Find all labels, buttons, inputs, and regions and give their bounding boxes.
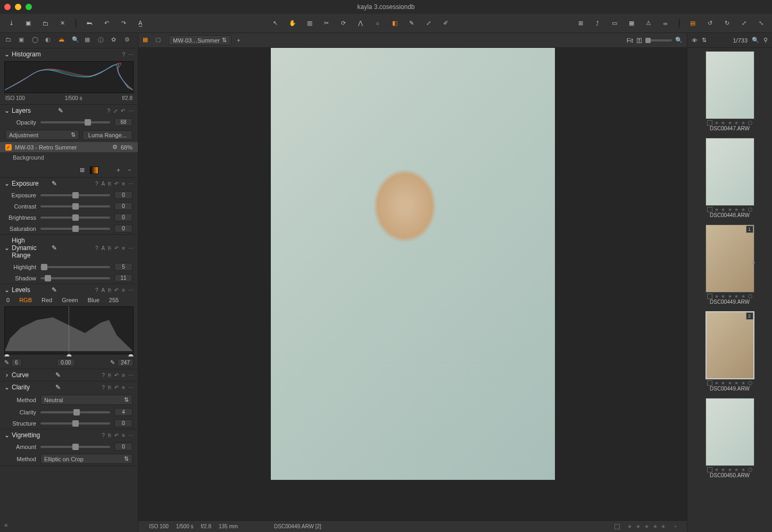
thumb-color-tag[interactable]	[748, 468, 752, 472]
zoom-label[interactable]: Fit	[627, 37, 633, 44]
reset-icon[interactable]: ↶	[114, 287, 119, 293]
spot-tool-icon[interactable]: ○	[373, 19, 383, 28]
pan-tool-icon[interactable]: ✋	[288, 19, 297, 28]
saturation-slider[interactable]	[40, 228, 110, 230]
shadow-value[interactable]: 11	[114, 274, 132, 282]
expand-icon[interactable]: ⤢	[739, 19, 749, 28]
layer-background[interactable]: Background	[0, 152, 138, 163]
exposure-tab-icon[interactable]: ⛰	[59, 36, 67, 45]
clarity-method-dropdown[interactable]: Neutral⇅	[40, 395, 132, 405]
layer-mask-icon[interactable]: ⊞	[80, 167, 85, 173]
shadow-slider[interactable]	[40, 277, 110, 279]
thumb-pick-checkbox[interactable]	[707, 380, 712, 386]
lens-tab-icon[interactable]: ◯	[32, 36, 40, 45]
redo-undo-icon[interactable]: ↶	[102, 19, 111, 28]
thumb-rating[interactable]: ★ ★ ★ ★ ★	[715, 207, 746, 212]
help-icon[interactable]: ?	[95, 181, 98, 187]
catalog-icon[interactable]: 🗀	[40, 19, 50, 28]
thumb-rating[interactable]: ★ ★ ★ ★ ★	[715, 294, 746, 299]
reset-icon[interactable]: ↶	[114, 245, 119, 251]
copy-icon[interactable]: ⎘	[108, 287, 111, 293]
clarity-value[interactable]: 4	[114, 408, 132, 416]
picker-icon[interactable]: ✎	[58, 107, 63, 114]
clarity-header[interactable]: ⌄ Clarity ✎ ?⎘↶≡⋯	[0, 381, 138, 393]
shadow-picker-icon[interactable]: ✎	[4, 359, 9, 366]
grid-view-icon[interactable]: ▦	[143, 36, 151, 45]
window-close-button[interactable]	[4, 4, 11, 10]
import-icon[interactable]: ⤓	[6, 19, 16, 28]
menu-icon[interactable]: ⋯	[128, 433, 134, 438]
redo-icon[interactable]: ↷	[119, 19, 128, 28]
clarity-slider[interactable]	[40, 411, 110, 413]
menu-icon[interactable]: ⋯	[128, 245, 134, 251]
vignetting-method-dropdown[interactable]: Elliptic on Crop⇅	[40, 454, 132, 464]
crop-tool-icon[interactable]: ✂	[322, 19, 331, 28]
help-icon[interactable]: ?	[95, 287, 98, 293]
layer-settings-icon[interactable]: ⚙	[112, 144, 118, 151]
heal-tool-icon[interactable]: ✐	[441, 19, 451, 28]
reset-icon[interactable]: ↶	[114, 433, 119, 438]
contrast-value[interactable]: 0	[114, 202, 132, 210]
loupe-tool-icon[interactable]: ▥	[305, 19, 314, 28]
window-zoom-button[interactable]	[26, 4, 32, 10]
capture-icon[interactable]: ▣	[23, 19, 33, 28]
copy-icon[interactable]: ⎘	[108, 245, 111, 251]
thumb-rating[interactable]: ★ ★ ★ ★ ★	[715, 467, 746, 472]
hdr-header[interactable]: ⌄ High Dynamic Range ✎ ?A⎘↶≡⋯	[0, 235, 138, 261]
highlight-value[interactable]: 5	[114, 263, 132, 271]
thumbnail-item[interactable]: ★ ★ ★ ★ ★ DSC00447.ARW	[705, 51, 754, 131]
settings-tab-icon[interactable]: ⚙	[124, 36, 132, 45]
search-tab-icon[interactable]: 🔍	[72, 36, 80, 45]
keystone-tool-icon[interactable]: ⋀	[356, 19, 366, 28]
focus-mask-icon[interactable]: ∞	[661, 19, 670, 28]
warning-icon[interactable]: ⚠	[644, 19, 653, 28]
thumb-color-tag[interactable]	[748, 294, 752, 298]
thumb-rating[interactable]: ★ ★ ★ ★ ★	[715, 120, 746, 126]
contrast-slider[interactable]	[40, 205, 110, 207]
adjustments-tab-icon[interactable]: ✿	[111, 36, 119, 45]
thumbnail-item[interactable]: 2 ★ ★ ★ ★ ★ DSC00449.ARW	[705, 311, 754, 392]
help-icon[interactable]: ?	[122, 52, 125, 57]
gradient-swatch-icon[interactable]	[90, 167, 98, 174]
help-icon[interactable]: ?	[102, 372, 105, 378]
levels-header[interactable]: ⌄ Levels ✎ ?A⎘↶≡⋯	[0, 284, 138, 296]
structure-slider[interactable]	[40, 422, 110, 425]
details-tab-icon[interactable]: ▦	[85, 36, 93, 45]
preset-icon[interactable]: ≡	[122, 372, 125, 378]
zoom-slider[interactable]	[645, 39, 672, 41]
expand-icon[interactable]: ⤢	[113, 108, 118, 114]
exposure-slider[interactable]	[40, 194, 110, 196]
menu-icon[interactable]: ⋯	[128, 372, 134, 378]
opacity-value[interactable]: 68	[114, 118, 132, 126]
undo-icon[interactable]: ⮪	[85, 19, 94, 28]
brightness-slider[interactable]	[40, 217, 110, 219]
visibility-icon[interactable]: 👁	[692, 37, 698, 44]
thumb-pick-checkbox[interactable]	[707, 120, 712, 126]
zoom-lock-icon[interactable]: ⚿	[636, 37, 642, 44]
thumb-pick-checkbox[interactable]	[707, 207, 712, 212]
copy-icon[interactable]: ⎘	[108, 385, 111, 390]
levels-blue-tab[interactable]: Blue	[88, 297, 99, 303]
cursor-tool-icon[interactable]: ↖	[271, 19, 280, 28]
luma-range-button[interactable]: Luma Range...	[82, 130, 132, 140]
help-icon[interactable]: ?	[102, 385, 105, 390]
rotate-left-icon[interactable]: ↺	[705, 19, 715, 28]
thumb-color-tag[interactable]	[748, 121, 752, 125]
thumbnail-item[interactable]: ★ ★ ★ ★ ★ DSC00448.ARW	[705, 138, 754, 218]
brush-tool-icon[interactable]: ✎	[407, 19, 417, 28]
levels-rgb-tab[interactable]: RGB	[19, 297, 32, 303]
help-icon[interactable]: ?	[95, 245, 98, 251]
browser-search-icon[interactable]: 🔍	[752, 37, 759, 44]
reset-icon[interactable]: ↶	[121, 108, 125, 114]
grid-icon[interactable]: ⊞	[576, 19, 585, 28]
metadata-tab-icon[interactable]: ⓘ	[98, 36, 106, 45]
slideshow-icon[interactable]: ▦	[627, 19, 636, 28]
copy-icon[interactable]: ⎘	[108, 372, 111, 378]
add-layer-icon[interactable]: ＋	[115, 166, 121, 174]
picker-icon[interactable]: ✎	[52, 244, 57, 252]
menu-icon[interactable]: ⋯	[128, 108, 134, 114]
rating-stars[interactable]: ★ ★ ★ ★ ★	[627, 523, 667, 529]
highlight-picker-icon[interactable]: ✎	[110, 359, 115, 366]
help-icon[interactable]: ?	[107, 108, 110, 114]
annotation-icon[interactable]: A̲	[136, 19, 145, 28]
